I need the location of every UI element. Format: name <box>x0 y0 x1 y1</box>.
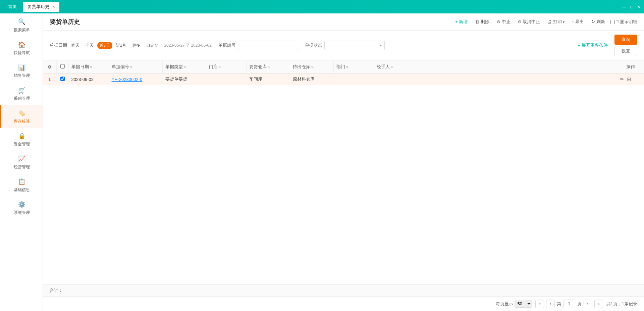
cell-doc-no[interactable]: YH-20230602-0 <box>109 74 162 85</box>
sidebar-item-capital-mgmt[interactable]: 🔒 资金管理 <box>0 128 43 150</box>
sort-doc-no-icon: ⇅ <box>130 65 132 69</box>
cell-action: ✏ ⊞ <box>617 74 644 85</box>
sidebar-item-search-menu[interactable]: 🔍 搜索菜单 <box>0 13 43 36</box>
display-detail-toggle[interactable]: □ 显示明细 <box>610 19 637 25</box>
table-row[interactable]: 1 2023-06-02 YH-20230602-0 要货单要货 车间库 原材料… <box>43 74 644 85</box>
col-req-warehouse[interactable]: 要货仓库 ⇅ <box>246 60 290 74</box>
prev-page-button[interactable]: ‹ <box>546 300 555 308</box>
query-button[interactable]: 查询 <box>614 35 637 45</box>
page-total-label: 共1页，1条记录 <box>606 301 637 307</box>
edit-icon[interactable]: ✏ <box>620 76 624 82</box>
col-doc-date-label: 单据日期 <box>71 64 89 70</box>
sort-handler-icon: ⇅ <box>390 65 393 69</box>
sort-pending-warehouse[interactable]: 待出仓库 ⇅ <box>293 64 314 70</box>
filter-row-1: 单据日期 昨天 今天 近7天 近1月 更多 自定义 2023-05-27 至 2… <box>50 35 637 56</box>
cancel-stop-label: ⊘ 取消中止 <box>518 19 540 25</box>
current-page-input[interactable] <box>563 300 575 308</box>
sort-doc-date[interactable]: 单据日期 ⇅ <box>71 64 92 70</box>
stop-button[interactable]: ⊘ 中止 <box>495 17 513 26</box>
cell-department <box>333 74 374 85</box>
row-checkbox[interactable] <box>60 77 65 81</box>
sidebar-label-inventory-calc: 库存核算 <box>14 119 30 124</box>
print-button[interactable]: 🖨 打印 ▾ <box>545 17 567 26</box>
doc-link[interactable]: YH-20230602-0 <box>112 77 143 82</box>
col-doc-type-label: 单据类型 <box>165 64 183 70</box>
col-pending-warehouse-label: 待出仓库 <box>293 64 310 70</box>
col-store-label: 门店 <box>209 64 218 70</box>
sort-req-warehouse[interactable]: 要货仓库 ⇅ <box>249 64 270 70</box>
status-filter-label: 单据状态 <box>305 42 322 48</box>
sidebar-item-basic-info[interactable]: 📋 基础信息 <box>0 173 43 196</box>
cell-seq: 1 <box>43 74 56 85</box>
col-store[interactable]: 门店 ⇅ <box>206 60 246 74</box>
sidebar-item-quick-nav[interactable]: 🏠 快捷导航 <box>0 36 43 59</box>
sort-department[interactable]: 部门 ⇅ <box>336 64 348 70</box>
first-page-button[interactable]: « <box>535 300 544 308</box>
table-summary-bar: 合计： <box>43 284 644 296</box>
tab-requisition-history[interactable]: 要货单历史 × <box>23 2 59 12</box>
capital-mgmt-icon: 🔒 <box>18 132 25 140</box>
page-size-group: 每页显示 20 50 100 200 <box>496 300 532 308</box>
tab-close-icon[interactable]: × <box>53 5 55 9</box>
sort-handler[interactable]: 经手人 ⇅ <box>377 64 393 70</box>
col-doc-type[interactable]: 单据类型 ⇅ <box>162 60 206 74</box>
sort-doc-no[interactable]: 单据编号 ⇅ <box>112 64 132 70</box>
col-department[interactable]: 部门 ⇅ <box>333 60 374 74</box>
filter-group-docno: 单据编号 <box>218 41 298 50</box>
display-detail-label: □ 显示明细 <box>616 19 637 25</box>
sidebar-label-purchase-mgmt: 采购管理 <box>14 96 30 101</box>
shortcut-more[interactable]: 更多 <box>130 42 143 49</box>
status-select[interactable]: ▾ <box>324 41 385 50</box>
setting-button[interactable]: 设置 <box>614 46 637 56</box>
col-doc-no[interactable]: 单据编号 ⇅ <box>109 60 162 74</box>
window-minimize[interactable]: — <box>622 4 626 9</box>
sidebar-item-inventory-calc[interactable]: 🏷️ 库存核算 <box>0 105 43 128</box>
col-handler-label: 经手人 <box>377 64 390 70</box>
new-label: + 新增 <box>455 19 468 25</box>
sidebar-item-ops-mgmt[interactable]: 📈 经营管理 <box>0 150 43 173</box>
last-page-button[interactable]: » <box>594 300 603 308</box>
sort-store[interactable]: 门店 ⇅ <box>209 64 221 70</box>
shortcut-today[interactable]: 今天 <box>83 42 96 49</box>
page-size-select[interactable]: 20 50 100 200 <box>515 300 532 308</box>
page-title: 要货单历史 <box>50 18 80 30</box>
refresh-button[interactable]: ↻ 刷新 <box>589 17 607 26</box>
tab-home[interactable]: 首页 <box>3 2 21 12</box>
page-size-label: 每页显示 <box>496 301 513 307</box>
col-pending-warehouse[interactable]: 待出仓库 ⇅ <box>290 60 333 74</box>
select-all-checkbox[interactable] <box>60 64 65 69</box>
col-req-warehouse-label: 要货仓库 <box>249 64 267 70</box>
col-check[interactable] <box>56 60 68 74</box>
detail-icon[interactable]: ⊞ <box>627 76 631 82</box>
sidebar-item-purchase-mgmt[interactable]: 🛒 采购管理 <box>0 82 43 105</box>
delete-button[interactable]: 🗑 删除 <box>473 17 491 26</box>
delete-label: 🗑 删除 <box>475 19 489 25</box>
shortcut-yesterday[interactable]: 昨天 <box>69 42 82 49</box>
shortcut-last7days[interactable]: 近7天 <box>97 42 112 49</box>
expand-more-btn[interactable]: ▾ 展开更多条件 <box>578 42 608 48</box>
cell-check[interactable] <box>56 74 68 85</box>
sort-store-icon: ⇅ <box>218 65 221 69</box>
quick-nav-icon: 🏠 <box>18 41 25 48</box>
export-button[interactable]: ↑ 导出 <box>570 17 586 26</box>
sidebar-item-sys-mgmt[interactable]: ⚙️ 系统管理 <box>0 196 43 219</box>
sort-doc-type[interactable]: 单据类型 ⇅ <box>165 64 186 70</box>
sys-mgmt-icon: ⚙️ <box>18 201 25 208</box>
shortcut-last1month[interactable]: 近1月 <box>114 42 129 49</box>
purchase-mgmt-icon: 🛒 <box>18 87 25 94</box>
docno-input[interactable] <box>238 41 298 50</box>
window-close[interactable]: ✕ <box>637 4 641 9</box>
cancel-stop-button[interactable]: ⊘ 取消中止 <box>516 17 542 26</box>
col-doc-date[interactable]: 单据日期 ⇅ <box>68 60 109 74</box>
next-page-button[interactable]: › <box>584 300 592 308</box>
basic-info-icon: 📋 <box>18 178 25 185</box>
shortcut-custom[interactable]: 自定义 <box>144 42 161 49</box>
col-handler[interactable]: 经手人 ⇅ <box>374 60 617 74</box>
col-gear[interactable]: ⚙ <box>43 60 56 74</box>
table-container: ⚙ 单据日期 ⇅ 单据编号 <box>43 60 644 284</box>
sidebar-item-sales-mgmt[interactable]: 📊 销售管理 <box>0 59 43 82</box>
cell-req-warehouse: 车间库 <box>246 74 290 85</box>
window-maximize[interactable]: □ <box>630 4 633 9</box>
display-detail-checkbox[interactable] <box>610 20 615 24</box>
new-button[interactable]: + 新增 <box>453 17 470 26</box>
